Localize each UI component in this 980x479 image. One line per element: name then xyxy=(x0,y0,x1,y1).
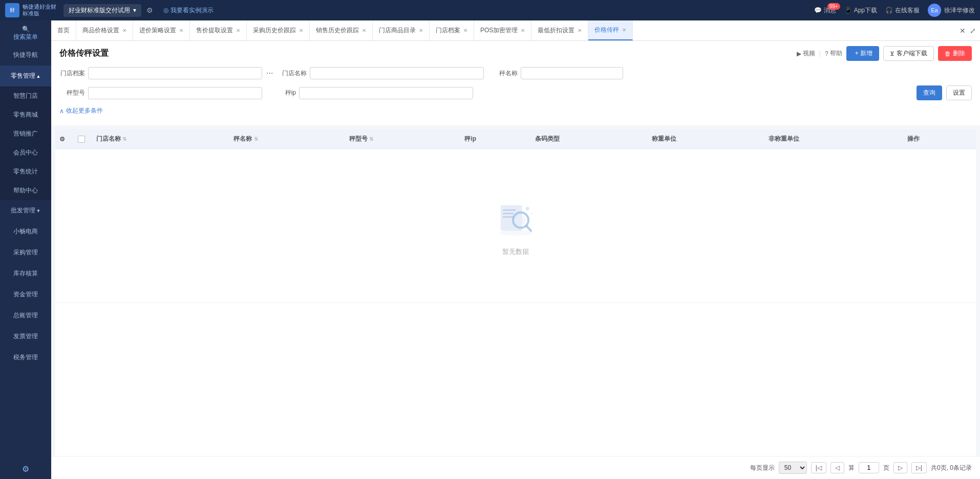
headset-icon: 🎧 xyxy=(885,7,893,14)
empty-state-row: 暂无数据 xyxy=(55,149,976,303)
sidebar-item-retail-management[interactable]: 零售管理 ▲ xyxy=(0,66,51,86)
sidebar-settings-button[interactable]: ⚙ xyxy=(22,459,29,479)
per-page-select[interactable]: 102050100 xyxy=(779,462,807,474)
tab-store-catalog[interactable]: 门店商品目录 ✕ xyxy=(373,20,430,40)
online-service-button[interactable]: 🎧 在线客服 xyxy=(885,6,920,15)
th-gear: ⚙ xyxy=(55,129,74,149)
settings-icon: ⚙ xyxy=(22,465,29,473)
tab-min-discount[interactable]: 最低折扣设置 ✕ xyxy=(531,20,588,40)
add-button[interactable]: + 新增 xyxy=(846,46,879,61)
store-file-input[interactable] xyxy=(88,67,262,79)
sidebar-item-help-center[interactable]: 帮助中心 xyxy=(0,181,51,200)
app-container: 财 畅捷通好业财 标准版 好业财标准版交付试用 ▾ ⚙ ◎ 我要看实例演示 💬 … xyxy=(0,0,980,479)
tab-close-icon[interactable]: ✕ xyxy=(578,28,582,33)
close-tab-button[interactable]: ✕ xyxy=(960,27,966,35)
sidebar-item-general-ledger[interactable]: 总账管理 xyxy=(0,305,51,326)
main-body: 🔍 搜索菜单 快捷导航 零售管理 ▲ 智慧门店 零售商城 营销推广 xyxy=(0,20,980,479)
last-page-button[interactable]: ▷| xyxy=(911,462,927,473)
query-button[interactable]: 查询 xyxy=(917,85,942,100)
gear-icon[interactable]: ⚙ xyxy=(59,136,65,143)
page-number-input[interactable]: 1 xyxy=(859,462,879,473)
tab-purchase-strategy[interactable]: 进价策略设置 ✕ xyxy=(133,20,190,40)
tab-bar-end: ✕ ⤢ xyxy=(955,20,980,40)
collapse-button[interactable]: ∧ 收起更多条件 xyxy=(59,106,972,115)
store-file-label: 门店档案 xyxy=(59,69,85,78)
tab-close-icon[interactable]: ✕ xyxy=(362,28,366,33)
tab-pos-encrypt[interactable]: POS加密管理 ✕ xyxy=(474,20,531,40)
scale-name-input[interactable] xyxy=(521,67,623,79)
sidebar-item-finance[interactable]: 资金管理 xyxy=(0,284,51,305)
sidebar-item-purchase[interactable]: 采购管理 xyxy=(0,242,51,263)
user-menu[interactable]: Ea 徐泽华修改 xyxy=(928,4,975,17)
prev-page-button[interactable]: ◁ xyxy=(830,462,844,473)
scale-ip-label: 秤ip xyxy=(270,89,296,97)
download-button[interactable]: ⊻ 客户端下载 xyxy=(883,46,934,61)
svg-rect-2 xyxy=(503,209,516,211)
first-page-button[interactable]: |◁ xyxy=(811,462,826,473)
th-scale-name[interactable]: 秤名称 ⇅ xyxy=(229,129,345,149)
sidebar-quick-nav[interactable]: 快捷导航 xyxy=(0,45,51,66)
empty-illustration xyxy=(490,195,541,241)
scale-ip-field: 秤ip xyxy=(270,87,473,99)
sidebar-item-retail-stats[interactable]: 零售统计 xyxy=(0,162,51,181)
th-scale-model[interactable]: 秤型号 ⇅ xyxy=(345,129,461,149)
sidebar-item-ecommerce[interactable]: 小畅电商 xyxy=(0,221,51,242)
tab-close-icon[interactable]: ✕ xyxy=(122,28,126,33)
app-download-button[interactable]: 📱 App下载 xyxy=(844,6,877,15)
tab-close-icon[interactable]: ✕ xyxy=(463,28,467,33)
th-store-name[interactable]: 门店名称 ⇅ xyxy=(92,129,229,149)
help-icon: ? xyxy=(825,50,828,57)
delete-button[interactable]: 🗑 删除 xyxy=(938,46,972,61)
filter-row-1: 门店档案 ··· 门店名称 秤名称 xyxy=(59,67,972,79)
tab-price-scale[interactable]: 价格传秤 ✕ xyxy=(588,20,633,40)
sidebar-item-smart-store[interactable]: 智慧门店 xyxy=(0,86,51,105)
th-weight-unit: 称重单位 xyxy=(648,129,764,149)
svg-point-6 xyxy=(516,215,526,225)
trash-icon: 🗑 xyxy=(945,50,951,57)
sidebar-search[interactable]: 🔍 搜索菜单 xyxy=(13,20,38,45)
messages-button[interactable]: 💬 消息 99+ xyxy=(814,6,836,15)
select-all-checkbox[interactable] xyxy=(78,136,85,143)
user-name: 徐泽华修改 xyxy=(944,6,975,15)
sidebar-item-membership[interactable]: 会员中心 xyxy=(0,143,51,162)
scale-ip-input[interactable] xyxy=(299,87,473,99)
sidebar-item-marketing[interactable]: 营销推广 xyxy=(0,124,51,143)
total-info: 共0页, 0条记录 xyxy=(931,464,972,472)
tab-store-file[interactable]: 门店档案 ✕ xyxy=(430,20,474,40)
sidebar-item-tax[interactable]: 税务管理 xyxy=(0,347,51,368)
tab-close-icon[interactable]: ✕ xyxy=(521,28,525,33)
tab-sale-history[interactable]: 销售历史价跟踪 ✕ xyxy=(310,20,373,40)
tab-home[interactable]: 首页 xyxy=(51,20,76,40)
sidebar-item-invoice[interactable]: 发票管理 xyxy=(0,326,51,347)
tab-close-icon[interactable]: ✕ xyxy=(622,27,626,33)
version-selector[interactable]: 好业财标准版交付试用 ▾ xyxy=(63,4,141,17)
svg-point-0 xyxy=(499,230,533,235)
page-header-actions: ▶ 视频 | ? 帮助 + 新增 ⊻ xyxy=(797,46,972,61)
per-page-label: 每页显示 xyxy=(750,464,775,472)
top-bar-right: 💬 消息 99+ 📱 App下载 🎧 在线客服 Ea 徐泽华修改 xyxy=(814,4,975,17)
demo-link[interactable]: ◎ 我要看实例演示 xyxy=(163,6,214,15)
tab-purchase-history[interactable]: 采购历史价跟踪 ✕ xyxy=(247,20,310,40)
page-title: 价格传秤设置 xyxy=(59,48,109,59)
settings-button[interactable]: 设置 xyxy=(946,85,972,100)
store-name-input[interactable] xyxy=(310,67,484,79)
page-area: 价格传秤设置 ▶ 视频 | ? 帮助 + 新增 xyxy=(51,41,980,479)
gear-icon[interactable]: ⚙ xyxy=(146,6,153,14)
next-page-button[interactable]: ▷ xyxy=(893,462,907,473)
sidebar-item-retail-mall[interactable]: 零售商城 xyxy=(0,105,51,124)
scale-model-input[interactable] xyxy=(88,87,262,99)
sidebar-item-inventory[interactable]: 库存核算 xyxy=(0,263,51,284)
tab-price-settings[interactable]: 商品价格设置 ✕ xyxy=(76,20,133,40)
tab-close-icon[interactable]: ✕ xyxy=(419,28,423,33)
tab-close-icon[interactable]: ✕ xyxy=(179,28,183,33)
tab-sale-price[interactable]: 售价提取设置 ✕ xyxy=(190,20,247,40)
sidebar-item-wholesale[interactable]: 批发管理 ▼ xyxy=(0,200,51,221)
more-options-icon[interactable]: ··· xyxy=(266,69,273,78)
video-link[interactable]: ▶ 视频 xyxy=(797,49,815,58)
table-body: 暂无数据 xyxy=(55,149,976,303)
chevron-up-icon: ∧ xyxy=(59,107,64,115)
tab-close-icon[interactable]: ✕ xyxy=(236,28,240,33)
tab-close-icon[interactable]: ✕ xyxy=(299,28,303,33)
help-link[interactable]: ? 帮助 xyxy=(825,49,842,58)
maximize-tab-button[interactable]: ⤢ xyxy=(970,27,976,35)
